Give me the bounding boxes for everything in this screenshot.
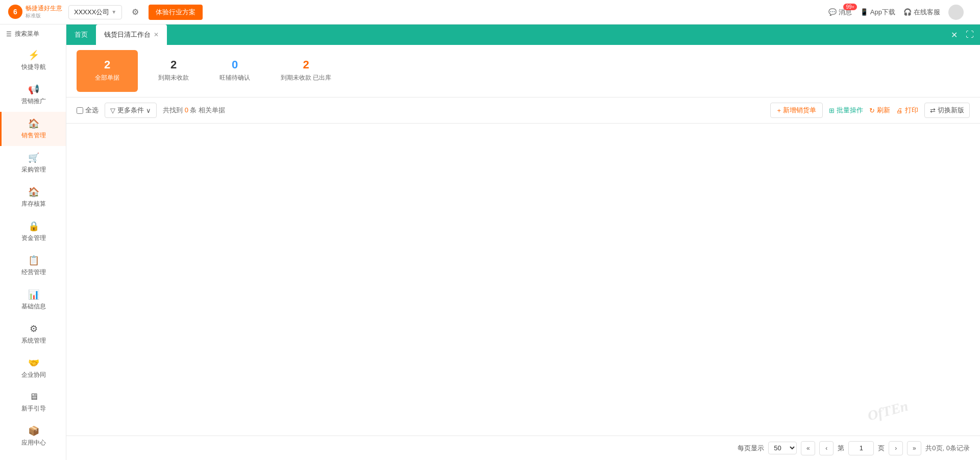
user-avatar[interactable] xyxy=(948,5,964,20)
message-button[interactable]: 💬 消息 99+ xyxy=(828,8,852,17)
sidebar-item-app-center[interactable]: 📦 应用中心 xyxy=(0,419,66,453)
prev-page-button[interactable]: ‹ xyxy=(819,441,834,455)
tab-close-button[interactable]: ✕ xyxy=(949,28,960,42)
stats-row: 2 全部单据 2 到期未收款 0 旺辅待确认 2 到期未收款 已出库 xyxy=(66,45,980,98)
sidebar-item-operations[interactable]: 📋 经营管理 xyxy=(0,249,66,283)
top-bar: 6 畅捷通好生意 标准版 XXXXX公司 ▼ ⚙ 体验行业方案 💬 消息 99+… xyxy=(0,0,980,25)
filter-button[interactable]: ▽ 更多条件 ∨ xyxy=(105,103,157,118)
page-input[interactable] xyxy=(848,441,874,455)
app-center-label: 应用中心 xyxy=(21,439,46,447)
sidebar-item-basic-info[interactable]: 📊 基础信息 xyxy=(0,283,66,317)
settings-button[interactable]: ⚙ xyxy=(128,5,142,19)
top-bar-right: 💬 消息 99+ 📱 App下载 🎧 在线客服 xyxy=(828,5,972,20)
headset-icon: 🎧 xyxy=(903,8,912,16)
sidebar-item-inventory[interactable]: 🏠 库存核算 xyxy=(0,180,66,214)
tab-workbench-label: 钱货日清工作台 xyxy=(104,30,151,39)
sidebar-item-marketing[interactable]: 📢 营销推广 xyxy=(0,78,66,112)
switch-version-button[interactable]: ⇄ 切换新版 xyxy=(924,103,970,118)
try-industry-button[interactable]: 体验行业方案 xyxy=(149,5,203,20)
online-service-button[interactable]: 🎧 在线客服 xyxy=(903,8,940,17)
capital-label: 资金管理 xyxy=(21,234,46,243)
tab-bar: 首页 钱货日清工作台 ✕ ✕ ⛶ xyxy=(66,25,980,45)
batch-label: 批量操作 xyxy=(837,106,863,115)
search-menu-label: 搜索菜单 xyxy=(15,30,39,38)
total-records: 共0页, 0条记录 xyxy=(925,444,970,453)
sidebar-item-wechat[interactable]: 💬 企业微信 xyxy=(0,453,66,460)
stat-label-overdue-shipped: 到期未收款 已出库 xyxy=(281,74,331,82)
sidebar-item-sales[interactable]: 🏠 销售管理 xyxy=(0,112,66,146)
batch-operation-button[interactable]: ⊞ 批量操作 xyxy=(829,106,863,115)
content-area: 首页 钱货日清工作台 ✕ ✕ ⛶ 2 全部单据 2 到期未收款 xyxy=(66,25,980,460)
stat-label-all: 全部单据 xyxy=(95,74,119,82)
select-all-checkbox[interactable]: 全选 xyxy=(77,106,99,115)
stat-card-all[interactable]: 2 全部单据 xyxy=(77,50,138,92)
app-subtitle: 标准版 xyxy=(26,12,62,19)
app-download-button[interactable]: 📱 App下载 xyxy=(860,8,895,17)
sidebar-item-system[interactable]: ⚙ 系统管理 xyxy=(0,317,66,351)
guide-label: 新手引导 xyxy=(21,404,46,413)
page-size-select[interactable]: 50 20 100 xyxy=(768,442,797,454)
toolbar: 全选 ▽ 更多条件 ∨ 共找到 0 条 相关单据 + 新增销货单 xyxy=(66,98,980,124)
tab-bar-actions: ✕ ⛶ xyxy=(949,28,980,42)
top-bar-left: 6 畅捷通好生意 标准版 XXXXX公司 ▼ ⚙ 体验行业方案 xyxy=(8,5,203,20)
basic-info-icon: 📊 xyxy=(28,289,39,300)
new-icon: + xyxy=(777,107,781,114)
sidebar-item-quick-nav[interactable]: ⚡ 快捷导航 xyxy=(0,43,66,78)
company-selector[interactable]: XXXXX公司 ▼ xyxy=(68,5,122,19)
tab-workbench-close[interactable]: ✕ xyxy=(154,31,159,38)
inventory-label: 库存核算 xyxy=(21,200,46,208)
company-dropdown-arrow: ▼ xyxy=(111,9,116,15)
print-icon: 🖨 xyxy=(896,107,903,114)
refresh-button[interactable]: ↻ 刷新 xyxy=(869,106,890,115)
select-all-input[interactable] xyxy=(77,107,83,114)
found-count: 0 xyxy=(185,106,188,114)
system-icon: ⚙ xyxy=(30,323,38,334)
filter-arrow: ∨ xyxy=(146,107,151,114)
stat-card-pending[interactable]: 0 旺辅待确认 xyxy=(204,45,265,97)
sidebar: ☰ 搜索菜单 ⚡ 快捷导航 📢 营销推广 🏠 销售管理 🛒 采购管理 🏠 库存核… xyxy=(0,25,66,460)
print-button[interactable]: 🖨 打印 xyxy=(896,106,918,115)
new-label: 新增销货单 xyxy=(783,106,816,115)
last-page-button[interactable]: » xyxy=(907,441,921,455)
message-badge: 99+ xyxy=(843,4,856,10)
app-title: 畅捷通好生意 xyxy=(26,5,62,12)
found-unit: 条 xyxy=(190,106,197,114)
select-all-label: 全选 xyxy=(85,106,99,115)
marketing-label: 营销推广 xyxy=(21,97,46,106)
main-layout: ☰ 搜索菜单 ⚡ 快捷导航 📢 营销推广 🏠 销售管理 🛒 采购管理 🏠 库存核… xyxy=(0,25,980,460)
stat-card-overdue[interactable]: 2 到期未收款 xyxy=(143,45,204,97)
found-prefix: 共找到 xyxy=(163,106,183,114)
sidebar-item-enterprise[interactable]: 🤝 企业协同 xyxy=(0,351,66,385)
sidebar-item-capital[interactable]: 🔒 资金管理 xyxy=(0,214,66,249)
marketing-icon: 📢 xyxy=(28,84,39,95)
found-text: 共找到 0 条 相关单据 xyxy=(163,106,225,115)
enterprise-icon: 🤝 xyxy=(28,357,39,369)
refresh-icon: ↻ xyxy=(869,107,875,114)
tab-expand-button[interactable]: ⛶ xyxy=(964,28,976,41)
next-page-button[interactable]: › xyxy=(889,441,903,455)
tab-home[interactable]: 首页 xyxy=(66,25,96,45)
new-sale-order-button[interactable]: + 新增销货单 xyxy=(770,103,823,118)
stat-number-overdue: 2 xyxy=(170,58,177,71)
stat-number-overdue-shipped: 2 xyxy=(303,58,309,71)
sidebar-item-purchase[interactable]: 🛒 采购管理 xyxy=(0,146,66,180)
operations-icon: 📋 xyxy=(28,255,39,266)
phone-icon: 📱 xyxy=(860,8,868,16)
stat-number-pending: 0 xyxy=(232,58,238,71)
guide-icon: 🖥 xyxy=(29,392,38,402)
logo-area: 6 畅捷通好生意 标准版 xyxy=(8,5,62,19)
stat-card-overdue-shipped[interactable]: 2 到期未收款 已出库 xyxy=(265,45,347,97)
search-menu[interactable]: ☰ 搜索菜单 xyxy=(0,25,66,43)
first-page-button[interactable]: « xyxy=(801,441,815,455)
filter-icon: ▽ xyxy=(110,107,115,114)
filter-label: 更多条件 xyxy=(117,106,144,115)
page-label-2: 页 xyxy=(878,444,885,453)
company-name: XXXXX公司 xyxy=(74,8,109,17)
page-label: 第 xyxy=(838,444,844,453)
toolbar-right: + 新增销货单 ⊞ 批量操作 ↻ 刷新 🖨 打印 xyxy=(770,103,970,118)
quick-nav-icon: ⚡ xyxy=(28,50,39,61)
switch-icon: ⇄ xyxy=(930,107,936,114)
sidebar-item-guide[interactable]: 🖥 新手引导 xyxy=(0,385,66,419)
operations-label: 经营管理 xyxy=(21,268,46,277)
tab-workbench[interactable]: 钱货日清工作台 ✕ xyxy=(96,25,167,45)
